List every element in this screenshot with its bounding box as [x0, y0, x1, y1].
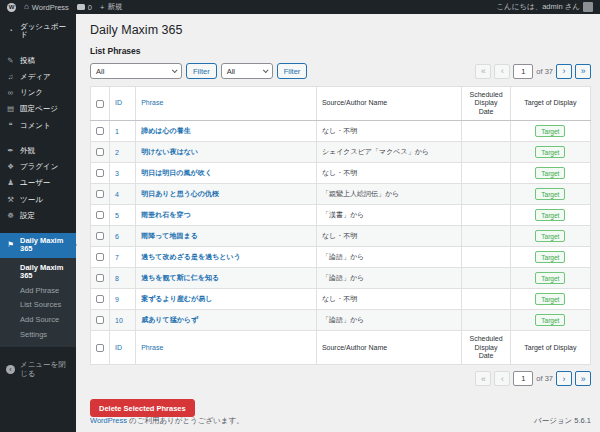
sidebar-subitem-add-source[interactable]: Add Source: [0, 313, 76, 328]
filter-button-2[interactable]: Filter: [277, 63, 308, 79]
tools-icon: ⚒: [6, 196, 15, 204]
new-label: 新規: [107, 2, 122, 12]
gear-icon: ☸: [6, 212, 15, 220]
next-page-button[interactable]: ›: [556, 64, 572, 79]
filter-select-1[interactable]: All: [90, 63, 182, 79]
home-icon: ⌂: [24, 3, 29, 11]
phrase-link[interactable]: 案ずるより産むが易し: [141, 295, 212, 302]
target-button[interactable]: Target: [535, 125, 565, 137]
sidebar-item-label: 固定ページ: [20, 105, 58, 113]
column-header-id[interactable]: ID: [115, 99, 122, 106]
sidebar-item-label: 設定: [20, 212, 35, 220]
target-button[interactable]: Target: [535, 146, 565, 158]
target-button[interactable]: Target: [535, 167, 565, 179]
sidebar-subitem-add-phrase[interactable]: Add Phrase: [0, 284, 76, 299]
row-id-link[interactable]: 8: [115, 275, 119, 282]
row-checkbox[interactable]: [96, 295, 104, 303]
column-header-phrase[interactable]: Phrase: [141, 344, 163, 351]
sidebar-item-media[interactable]: ♫メディア: [0, 69, 76, 85]
collapse-menu-button[interactable]: ‹メニューを閉じる: [0, 357, 76, 382]
current-page-input[interactable]: [513, 371, 533, 386]
row-id-link[interactable]: 5: [115, 212, 119, 219]
sidebar-item-dashboard[interactable]: ◔ダッシュボード: [0, 19, 76, 44]
row-id-link[interactable]: 7: [115, 254, 119, 261]
sidebar-item-settings[interactable]: ☸設定: [0, 208, 76, 224]
column-header-id[interactable]: ID: [115, 344, 122, 351]
admin-sidebar: ◔ダッシュボード✎投稿♫メディア∞リンク▤固定ページ❝コメント✒外観❖プラグイン…: [0, 14, 76, 432]
sidebar-item-plugins[interactable]: ❖プラグイン: [0, 159, 76, 175]
prev-page-button[interactable]: ‹: [494, 64, 510, 79]
row-id-link[interactable]: 4: [115, 191, 119, 198]
sidebar-item-comments[interactable]: ❝コメント: [0, 118, 76, 134]
phrase-link[interactable]: 雨降って地固まる: [141, 232, 198, 239]
row-checkbox[interactable]: [96, 253, 104, 261]
admin-footer: WordPress のご利用ありがとうございます。 バージョン 5.6.1: [90, 416, 591, 426]
sidebar-item-tools[interactable]: ⚒ツール: [0, 192, 76, 208]
phrase-link[interactable]: 諦めは心の養生: [141, 127, 191, 134]
phrase-link[interactable]: 明けない夜はない: [141, 148, 198, 155]
first-page-button[interactable]: «: [475, 64, 491, 79]
next-page-button[interactable]: ›: [556, 371, 572, 386]
row-id-link[interactable]: 10: [115, 317, 123, 324]
target-button[interactable]: Target: [535, 230, 565, 242]
phrase-link[interactable]: 過ちを観て斯に仁を知る: [141, 274, 219, 281]
target-button[interactable]: Target: [535, 209, 565, 221]
select-all-checkbox[interactable]: [96, 100, 104, 108]
sidebar-item-appearance[interactable]: ✒外観: [0, 143, 76, 159]
new-content-menu[interactable]: + 新規: [100, 2, 122, 12]
sidebar-subitem-daily-maxim-365[interactable]: Daily Maxim 365: [0, 261, 76, 284]
row-checkbox[interactable]: [96, 127, 104, 135]
phrase-link[interactable]: 雨垂れ石を穿つ: [141, 211, 191, 218]
row-checkbox[interactable]: [96, 232, 104, 240]
select-all-checkbox[interactable]: [96, 344, 104, 352]
row-checkbox[interactable]: [96, 169, 104, 177]
phrase-link[interactable]: 明日は明日の風が吹く: [141, 169, 212, 176]
site-name-link[interactable]: ⌂ WordPress: [24, 3, 69, 12]
column-header-phrase[interactable]: Phrase: [141, 99, 163, 106]
row-checkbox[interactable]: [96, 190, 104, 198]
row-id-link[interactable]: 9: [115, 296, 119, 303]
row-checkbox[interactable]: [96, 211, 104, 219]
row-id-link[interactable]: 6: [115, 233, 119, 240]
scheduled-date-cell: [462, 121, 510, 142]
last-page-button[interactable]: »: [575, 64, 591, 79]
row-id-link[interactable]: 3: [115, 170, 119, 177]
row-checkbox[interactable]: [96, 316, 104, 324]
phrase-link[interactable]: 威ありて猛からず: [141, 316, 198, 323]
source-cell: 「親鸞上人絵詞伝」から: [316, 184, 462, 205]
sidebar-item-posts[interactable]: ✎投稿: [0, 53, 76, 69]
row-checkbox[interactable]: [96, 148, 104, 156]
last-page-button[interactable]: »: [575, 371, 591, 386]
row-id-link[interactable]: 2: [115, 149, 119, 156]
table-row: 5 雨垂れ石を穿つ 「漢書」から Target: [91, 205, 591, 226]
prev-page-button[interactable]: ‹: [494, 371, 510, 386]
sidebar-item-pages[interactable]: ▤固定ページ: [0, 101, 76, 117]
current-page-input[interactable]: [513, 64, 533, 79]
sidebar-item-users[interactable]: ♟ユーザー: [0, 175, 76, 191]
wordpress-footer-link[interactable]: WordPress: [90, 416, 127, 425]
filter-button-1[interactable]: Filter: [186, 63, 217, 79]
target-button[interactable]: Target: [535, 314, 565, 326]
first-page-button[interactable]: «: [475, 371, 491, 386]
delete-selected-button[interactable]: Delete Selected Phrases: [90, 399, 195, 417]
phrase-link[interactable]: 過ちて改めざる是を過ちという: [141, 253, 241, 260]
sidebar-item-label: ツール: [20, 196, 43, 204]
sidebar-item-daily-maxim-365[interactable]: ⚑Daily Maxim 365: [0, 233, 76, 258]
filter-select-2[interactable]: All: [221, 63, 273, 79]
sidebar-item-links[interactable]: ∞リンク: [0, 85, 76, 101]
sidebar-subitem-list-sources[interactable]: List Sources: [0, 298, 76, 313]
target-button[interactable]: Target: [535, 251, 565, 263]
target-button[interactable]: Target: [535, 293, 565, 305]
filter-toolbar: All Filter All Filter « ‹ of 37 › »: [90, 63, 591, 79]
sidebar-subitem-settings[interactable]: Settings: [0, 328, 76, 343]
my-account-menu[interactable]: こんにちは、admin さん: [496, 2, 593, 12]
wordpress-logo-menu[interactable]: W: [7, 3, 16, 12]
sidebar-item-label: 外観: [20, 147, 35, 155]
target-button[interactable]: Target: [535, 188, 565, 200]
target-button[interactable]: Target: [535, 272, 565, 284]
phrase-link[interactable]: 明日ありと思う心の仇桜: [141, 190, 219, 197]
comments-indicator[interactable]: 0: [77, 3, 92, 12]
table-row: 2 明けない夜はない シェイクスピア「マクベス」から Target: [91, 142, 591, 163]
row-checkbox[interactable]: [96, 274, 104, 282]
row-id-link[interactable]: 1: [115, 128, 119, 135]
